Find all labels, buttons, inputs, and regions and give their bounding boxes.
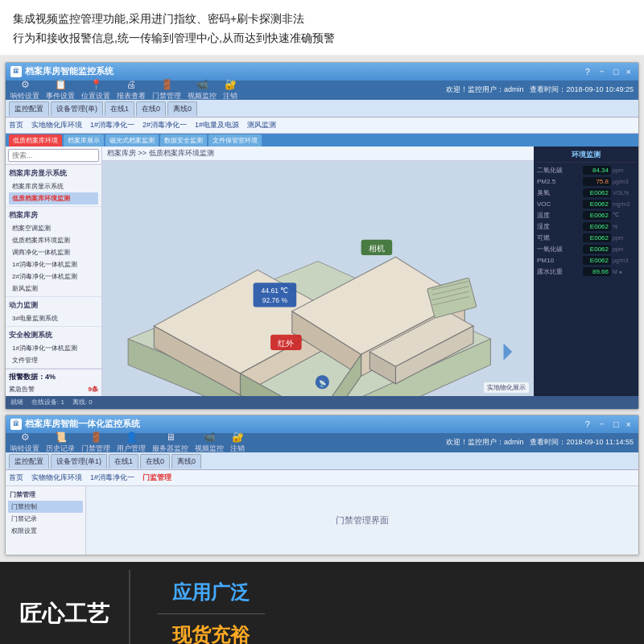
menu2-env[interactable]: 实物物化库环境 [31, 473, 82, 483]
nav2-door[interactable]: 🚪 门禁管理 [81, 431, 110, 454]
sidebar-item-low-quality-env[interactable]: 低质档案库环境监测 [9, 192, 98, 204]
nav-event-settings[interactable]: 📋 事件设置 [46, 79, 75, 101]
history-icon-2: 📜 [55, 431, 67, 443]
main-tab-data-security[interactable]: 数据安全监测 [160, 134, 207, 147]
nav-video-label: 视频监控 [188, 91, 217, 101]
sidebar-item-file-mgmt[interactable]: 文件管理 [9, 354, 98, 366]
nav2-video[interactable]: 📹 视频监控 [195, 431, 224, 454]
nav2-history[interactable]: 📜 历史记录 [46, 431, 75, 454]
window-controls-1[interactable]: ? － □ × [583, 65, 634, 77]
nav2-user[interactable]: 👤 用户管理 [117, 431, 146, 454]
help-btn-2[interactable]: ? [583, 419, 592, 429]
sidebar-item-air-cond[interactable]: 档案空调监测 [9, 222, 98, 234]
welcome-text-2: 欢迎！监控用户：admin [446, 437, 524, 448]
alert-item-serious: 严重告警 1条 [9, 394, 98, 396]
sw2-sidebar-auth[interactable]: 权限设置 [8, 525, 83, 537]
min-btn-1[interactable]: － [595, 65, 609, 77]
sidebar-item-purifier1[interactable]: 1#消毒净化一体机监测 [9, 258, 98, 270]
sidebar-item-purifier-combo[interactable]: 调商净化一体机监测 [9, 246, 98, 258]
screenshots-area: 🏛 档案库房智能监控系统 ? － □ × ⚙ 响铃设置 📋 事件设置 [0, 56, 644, 562]
sidebar-search[interactable] [6, 147, 101, 165]
sw2-sidebar: 门禁管理 门禁控制 门禁记录 权限设置 [6, 486, 86, 555]
menu2-door-mgmt[interactable]: 门监管理 [142, 473, 171, 483]
env-row-dew: 露水比重 89.66 M ● [537, 267, 635, 276]
tab-device-mgmt[interactable]: 设备管理(单) [51, 101, 103, 116]
sidebar-item-purifier2[interactable]: 2#消毒净化一体机监测 [9, 270, 98, 283]
content-area-1: 档案库房显示系统 档案库房显示系统 低质档案库环境监测 档案库房 档案空调监测 … [6, 147, 638, 396]
env-value-co: E0062 [583, 245, 611, 254]
tab-online0[interactable]: 在线0 [136, 101, 166, 116]
sidebar-section-title-display: 档案库房显示系统 [9, 167, 98, 180]
env-label-dew: 露水比重 [537, 267, 581, 276]
window-controls-2[interactable]: ? － □ × [583, 418, 634, 430]
alert-item-urgent: 紧急告警 9条 [9, 384, 98, 394]
window-title-1: 档案库房智能监控系统 [25, 65, 114, 77]
nav2-server[interactable]: 🖥 服务器监控 [152, 431, 188, 454]
menu-wind[interactable]: 测风监测 [247, 120, 276, 130]
search-input[interactable] [8, 149, 99, 162]
menu-env1[interactable]: 实地物化库环境 [31, 120, 82, 130]
sidebar-item-low-env[interactable]: 低质档案库环境监测 [9, 234, 98, 246]
env-row-temp: 温度 E0062 ℃ [537, 211, 635, 220]
menu-purify1[interactable]: 1#消毒净化一 [90, 120, 134, 130]
tab2-offline0[interactable]: 离线0 [171, 454, 201, 469]
menu-home[interactable]: 首页 [9, 120, 23, 130]
sidebar-section-title-power: 动力监测 [9, 299, 98, 312]
min-btn-2[interactable]: － [595, 418, 609, 430]
tab-online1[interactable]: 在线1 [105, 101, 134, 116]
nav-report[interactable]: 🖨 报表查看 [117, 79, 146, 101]
sidebar-item-fresh-air[interactable]: 新风监测 [9, 283, 98, 295]
nav-video[interactable]: 📹 视频监控 [188, 79, 217, 101]
tab2-online1[interactable]: 在线1 [109, 454, 138, 469]
nav-location-label: 位置设置 [81, 91, 110, 101]
sw2-sidebar-records[interactable]: 门禁记录 [8, 513, 83, 525]
tab-offline0[interactable]: 离线0 [167, 101, 197, 116]
tab2-device-mgmt[interactable]: 设备管理(单1) [51, 454, 107, 469]
menu-purify2[interactable]: 2#消毒净化一 [142, 120, 187, 130]
menu-power[interactable]: 1#电量及电源 [195, 120, 239, 130]
title-bar-1: 🏛 档案库房智能监控系统 ? － □ × [6, 63, 638, 80]
nav-door[interactable]: 🚪 门禁管理 [152, 79, 181, 101]
tab2-monitor-config[interactable]: 监控配置 [9, 454, 49, 469]
nav2-bell[interactable]: ⚙ 响铃设置 [10, 431, 39, 454]
main-tab-low-quality[interactable]: 低质档案库环境 [9, 134, 62, 147]
bottom-right-section: 应用广泛 现货充裕 [130, 562, 291, 644]
env-row-co2: 二氧化碳 84.34 ppm [537, 166, 635, 175]
help-btn-1[interactable]: ? [583, 67, 592, 76]
menu2-home[interactable]: 首页 [9, 473, 23, 483]
env-unit-combustible: ppm [613, 235, 635, 241]
nav2-logout-label: 注销 [230, 444, 245, 454]
main-tab-file-room[interactable]: 文件保管室环境 [208, 134, 262, 147]
svg-text:44.61 ℃: 44.61 ℃ [261, 287, 288, 295]
sw2-sidebar-door-access[interactable]: 门禁控制 [8, 501, 83, 513]
env-unit-voc: mg/m3 [613, 201, 635, 207]
video-icon-2: 📹 [204, 431, 216, 443]
floor-plan-svg: 相机 44.61 ℃ 92.76 % 红外 📡 [102, 161, 534, 396]
nav-logout[interactable]: 🔐 注销 [223, 79, 237, 101]
nav2-logout[interactable]: 🔐 注销 [230, 431, 245, 454]
env-label-ozone: 臭氧 [537, 188, 581, 197]
main-tab-magneto[interactable]: 磁光式档案监测 [105, 134, 159, 147]
tab2-online0[interactable]: 在线0 [140, 454, 170, 469]
sw2-main-text: 门禁管理界面 [336, 514, 389, 526]
logout-icon-2: 🔐 [232, 431, 244, 443]
status-bar-1: 就绪 在线设备: 1 离线: 0 [6, 396, 638, 409]
nav-bell-label: 响铃设置 [10, 91, 39, 101]
sidebar-item-display-system[interactable]: 档案库房显示系统 [9, 180, 98, 192]
software-window-1: 🏛 档案库房智能监控系统 ? － □ × ⚙ 响铃设置 📋 事件设置 [5, 62, 639, 410]
max-btn-1[interactable]: □ [611, 67, 621, 76]
close-btn-2[interactable]: × [624, 419, 634, 429]
env-value-dew: 89.66 [583, 267, 611, 276]
env-row-combustible: 可燃 E0062 ppm [537, 233, 635, 242]
sidebar-item-electric[interactable]: 3#电量监测系统 [9, 312, 98, 324]
tab-monitor-config[interactable]: 监控配置 [9, 101, 49, 116]
max-btn-2[interactable]: □ [611, 419, 621, 429]
nav-location-settings[interactable]: 📍 位置设置 [81, 79, 110, 101]
status-ready: 就绪 [10, 398, 23, 407]
menu2-purify[interactable]: 1#消毒净化一 [90, 473, 134, 483]
close-btn-1[interactable]: × [624, 67, 634, 76]
env-value-combustible: E0062 [583, 233, 611, 242]
main-tab-archive-display[interactable]: 档案库展示 [64, 134, 104, 147]
sidebar-item-purifier-monitor[interactable]: 1#消毒净化一体机监测 [9, 342, 98, 354]
nav-bell-settings[interactable]: ⚙ 响铃设置 [10, 79, 39, 101]
